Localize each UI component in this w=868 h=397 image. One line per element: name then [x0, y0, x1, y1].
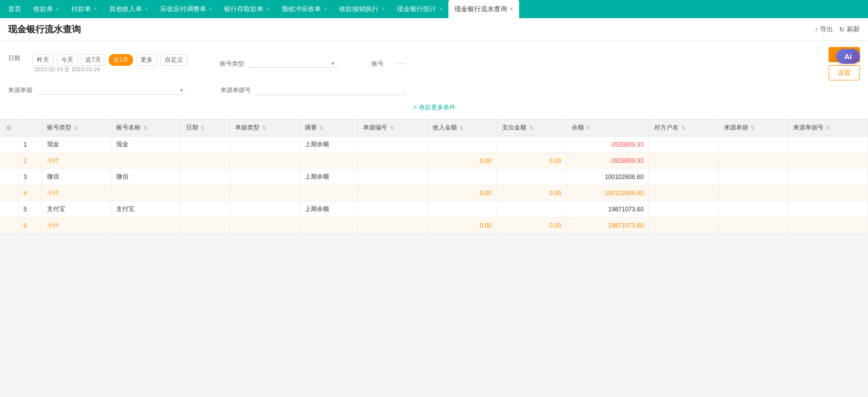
date-btn-more[interactable]: 更多: [136, 54, 157, 66]
source-doc-arrow-icon: ▼: [179, 87, 184, 93]
sort-icon: ⇅: [586, 125, 590, 130]
nav-label: 收款核销执行: [339, 0, 379, 18]
th-account-type[interactable]: 账号类型 ⇅: [41, 119, 111, 137]
th-counterpart[interactable]: 对方户名 ⇅: [649, 119, 719, 137]
filter-row-2: 来源单据 ▼ 来源单据号: [8, 85, 860, 95]
source-doc-num-input[interactable]: [255, 85, 406, 95]
nav-close-icon[interactable]: ×: [94, 0, 97, 18]
table-row: 4 小计 0.00 0.00 100102606.60: [0, 185, 868, 201]
row-index: 5: [18, 201, 41, 217]
row-date: [180, 169, 230, 185]
row-account-type: 现金: [41, 137, 111, 153]
row-source-doc: [718, 201, 788, 217]
nav-item-payments[interactable]: 付款单 ×: [65, 0, 103, 18]
nav-close-icon[interactable]: ×: [382, 0, 385, 18]
settings-button[interactable]: 设置: [829, 65, 860, 80]
row-expense: [497, 169, 567, 185]
row-source-doc: [718, 217, 788, 234]
th-summary[interactable]: 摘要 ⇅: [299, 119, 357, 137]
row-expense: [497, 137, 567, 153]
nav-item-stats[interactable]: 现金银行统计 ×: [391, 0, 448, 18]
row-doc-type: [230, 217, 300, 234]
row-gear: [0, 137, 18, 153]
row-date: [180, 201, 230, 217]
source-doc-num-group: 来源单据号: [220, 85, 406, 95]
row-date: [180, 137, 230, 153]
row-date: [180, 185, 230, 201]
row-gear: [0, 185, 18, 201]
nav-item-adjust[interactable]: 应收应付调整单 ×: [154, 0, 218, 18]
nav-item-prepay[interactable]: 预收冲应收单 ×: [276, 0, 333, 18]
row-date: [180, 153, 230, 169]
nav-item-bank-deposit[interactable]: 银行存取款单 ×: [218, 0, 276, 18]
row-balance: 100102606.60: [566, 169, 649, 185]
th-date[interactable]: 日期 ⇅: [180, 119, 230, 137]
th-source-doc-num[interactable]: 来源单据号 ⇅: [788, 119, 868, 137]
nav-close-icon[interactable]: ×: [145, 0, 148, 18]
refresh-label: 刷新: [847, 25, 860, 34]
row-doc-type: [230, 153, 300, 169]
row-account-name: [111, 185, 181, 201]
th-account-name[interactable]: 账号名称 ⇅: [111, 119, 181, 137]
ai-badge[interactable]: Ai: [836, 49, 860, 64]
account-more-icon[interactable]: ···: [396, 59, 405, 68]
nav-close-icon[interactable]: ×: [510, 0, 513, 18]
row-income: 0.00: [427, 217, 497, 234]
row-source-doc-num: [788, 137, 868, 153]
row-balance: -3528659.33: [566, 153, 649, 169]
row-summary: [299, 217, 357, 234]
source-doc-group: 来源单据 ▼: [8, 86, 188, 95]
nav-item-flow-query[interactable]: 现金银行流水查询 ×: [448, 0, 519, 18]
date-range: 2023-02-24 至 2023-03-24: [34, 66, 188, 73]
row-account-type: 微信: [41, 169, 111, 185]
th-source-doc[interactable]: 来源单据 ⇅: [718, 119, 788, 137]
source-doc-label: 来源单据: [8, 86, 32, 95]
sort-icon: ⇅: [751, 125, 755, 130]
date-btn-7days[interactable]: 近7天: [81, 54, 106, 66]
nav-close-icon[interactable]: ×: [56, 0, 59, 18]
export-button[interactable]: ↑ 导出: [815, 25, 834, 34]
nav-item-verify[interactable]: 收款核销执行 ×: [333, 0, 391, 18]
row-account-name: 支付宝: [111, 201, 181, 217]
nav-item-receipts[interactable]: 收款单 ×: [27, 0, 65, 18]
row-index: 3: [18, 169, 41, 185]
th-doc-num[interactable]: 单据编号 ⇅: [358, 119, 428, 137]
nav-home[interactable]: 首页: [2, 0, 27, 18]
table-container: ⚙ 账号类型 ⇅ 账号名称 ⇅ 日期 ⇅ 单据类型 ⇅: [0, 119, 868, 234]
nav-close-icon[interactable]: ×: [324, 0, 327, 18]
nav-close-icon[interactable]: ×: [439, 0, 442, 18]
nav-close-icon[interactable]: ×: [209, 0, 212, 18]
account-type-group: 账号类型 ▼: [220, 60, 339, 68]
row-source-doc: [718, 153, 788, 169]
row-summary: [299, 185, 357, 201]
nav-close-icon[interactable]: ×: [266, 0, 269, 18]
date-btn-today[interactable]: 今天: [57, 54, 78, 66]
date-btn-yesterday[interactable]: 昨天: [32, 54, 54, 66]
th-balance[interactable]: 余额 ⇅: [566, 119, 649, 137]
gear-icon[interactable]: ⚙: [6, 124, 12, 131]
source-doc-select[interactable]: ▼: [36, 86, 188, 95]
nav-item-other-income[interactable]: 其他收入单 ×: [103, 0, 154, 18]
th-doc-type[interactable]: 单据类型 ⇅: [230, 119, 300, 137]
date-btn-custom[interactable]: 自定义: [160, 54, 188, 66]
refresh-button[interactable]: ↻ 刷新: [839, 25, 860, 34]
row-source-doc: [718, 137, 788, 153]
refresh-icon: ↻: [839, 26, 845, 33]
th-income[interactable]: 收入金额 ⇅: [427, 119, 497, 137]
sort-icon: ⇅: [262, 125, 266, 130]
date-btn-1month[interactable]: 近1月: [109, 54, 133, 66]
th-expense[interactable]: 支出金额 ⇅: [497, 119, 567, 137]
sort-icon: ⇅: [529, 125, 533, 130]
date-filter-group: 日期 昨天 今天 近7天 近1月 更多 自定义 2023-02-24 至 202…: [8, 54, 188, 73]
account-type-label: 账号类型: [220, 60, 244, 68]
collapse-label: 收起更多条件: [419, 104, 455, 111]
account-type-select[interactable]: ▼: [248, 60, 339, 68]
row-counterpart: [649, 153, 719, 169]
th-index: [18, 119, 41, 137]
row-source-doc: [718, 169, 788, 185]
row-counterpart: [649, 169, 719, 185]
collapse-bar[interactable]: ∧ 收起更多条件: [8, 100, 860, 113]
row-gear: [0, 217, 18, 234]
nav-label: 现金银行统计: [397, 0, 436, 18]
row-source-doc-num: [788, 169, 868, 185]
